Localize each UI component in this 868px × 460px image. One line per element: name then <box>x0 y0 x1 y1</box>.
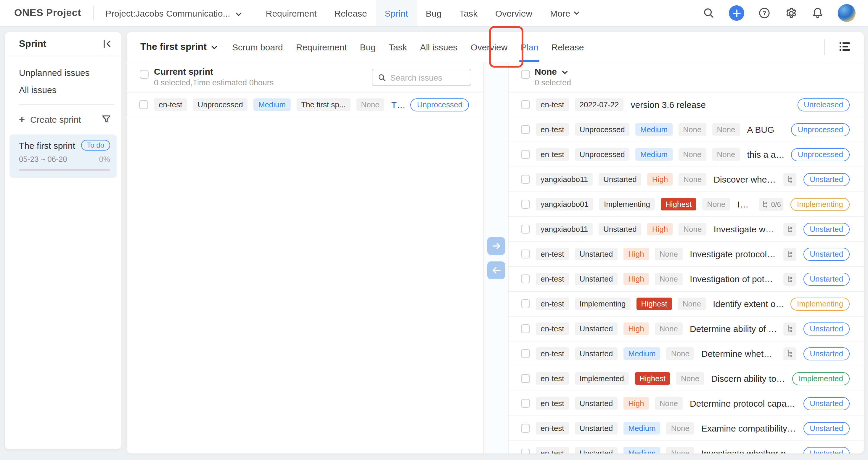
issue-row[interactable]: en-testUnstartedHighNoneInvestigation of… <box>508 267 864 292</box>
target-selector[interactable]: None <box>535 66 571 77</box>
select-all-checkbox[interactable] <box>521 70 530 79</box>
subtask-tree-icon[interactable] <box>783 248 796 261</box>
create-sprint-button[interactable]: + Create sprint <box>5 107 121 131</box>
tab-task[interactable]: Task <box>382 32 413 62</box>
issue-title[interactable]: Investigate whether lim... <box>713 224 777 234</box>
nav-item-release[interactable]: Release <box>326 0 376 26</box>
row-checkbox[interactable] <box>521 299 530 308</box>
list-view-icon[interactable] <box>840 42 850 51</box>
issue-title[interactable]: Investigate protocol ability t... <box>690 249 777 259</box>
project-selector[interactable]: Project:Jacobs Communicatio... <box>105 8 242 18</box>
issue-row[interactable]: yangxiaobo11UnstartedHighNoneInvestigate… <box>508 217 864 242</box>
sprint-selector[interactable]: The first sprint <box>140 41 217 52</box>
notifications-icon[interactable] <box>811 6 824 20</box>
issue-row[interactable]: en-testImplementingHighestNoneIdentify e… <box>508 292 864 317</box>
nav-item-requirement[interactable]: Requirement <box>257 0 326 26</box>
tab-scrum-board[interactable]: Scrum board <box>225 32 289 62</box>
issue-row[interactable]: en-testUnprocessedMediumThe first sp...N… <box>127 92 483 117</box>
issue-title[interactable]: version 3.6 release <box>631 99 706 110</box>
issue-row[interactable]: en-testUnstartedMediumNoneExamine compat… <box>508 416 864 441</box>
issue-title[interactable]: A BUG <box>747 124 774 135</box>
nav-item-more[interactable]: More <box>541 0 589 26</box>
row-checkbox[interactable] <box>521 324 530 333</box>
issue-row[interactable]: en-testUnstartedMediumNoneDetermine whet… <box>508 341 864 366</box>
row-right-group: Unprocessed <box>791 123 850 136</box>
issue-row[interactable]: en-testUnprocessedMediumNoneNoneA BUGUnp… <box>508 117 864 142</box>
avatar[interactable] <box>838 4 856 22</box>
issue-title[interactable]: Identif... <box>737 199 753 209</box>
issue-row[interactable]: en-testUnprocessedMediumNoneNonethis a a… <box>508 142 864 167</box>
subtask-tree-icon[interactable] <box>783 322 796 335</box>
subtask-tree-icon[interactable] <box>783 347 796 360</box>
search-icon[interactable] <box>702 6 715 20</box>
row-checkbox[interactable] <box>521 175 530 184</box>
issue-row[interactable]: en-testUnstartedMediumNoneInvestigate wh… <box>508 441 864 454</box>
select-all-checkbox[interactable] <box>140 70 149 79</box>
issue-title[interactable]: Determine protocol capability t... <box>690 398 797 408</box>
move-left-button[interactable] <box>487 261 505 279</box>
issue-title[interactable]: Discern ability to acce... <box>711 373 786 383</box>
issue-row[interactable]: en-testImplementedHighestNoneDiscern abi… <box>508 366 864 391</box>
sidebar-item-all-issues[interactable]: All issues <box>19 81 121 98</box>
issue-row[interactable]: en-testUnstartedHighNoneDetermine abilit… <box>508 317 864 341</box>
search-input[interactable] <box>390 73 465 82</box>
row-checkbox[interactable] <box>521 125 530 134</box>
row-checkbox[interactable] <box>521 275 530 283</box>
nav-item-bug[interactable]: Bug <box>417 0 450 26</box>
tab-overview[interactable]: Overview <box>464 32 514 62</box>
issue-tag: en-test <box>536 422 569 434</box>
sprint-card[interactable]: The first sprint To do 05-23 ~ 06-20 0% <box>9 135 117 178</box>
row-checkbox[interactable] <box>521 449 530 454</box>
issue-title[interactable]: Determine ability of protoco... <box>690 324 777 334</box>
issue-row[interactable]: yangxiaobo11UnstartedHighNoneDiscover wh… <box>508 167 864 192</box>
filter-icon[interactable] <box>102 115 111 123</box>
row-checkbox[interactable] <box>521 100 530 109</box>
issue-title[interactable]: Examine compatibility with ... <box>701 423 797 433</box>
issue-tag: Unprocessed <box>193 98 248 111</box>
row-checkbox[interactable] <box>521 374 530 383</box>
issue-title[interactable]: Investigation of potential ap... <box>690 274 777 284</box>
sprint-dates: 05-23 ~ 06-20 <box>19 155 67 164</box>
row-checkbox[interactable] <box>521 399 530 408</box>
sprint-progress-value: 0% <box>99 155 110 164</box>
nav-item-overview[interactable]: Overview <box>487 0 541 26</box>
issue-row[interactable]: en-testUnstartedHighNoneDetermine protoc… <box>508 391 864 416</box>
move-right-button[interactable] <box>487 237 505 255</box>
issue-row[interactable]: yangxiaobo01ImplementingHighestNoneIdent… <box>508 192 864 217</box>
tab-bug[interactable]: Bug <box>353 32 382 62</box>
issue-title[interactable]: this a also a bug <box>747 149 785 160</box>
row-checkbox[interactable] <box>521 424 530 433</box>
issue-title[interactable]: Determine whether the p... <box>701 349 777 358</box>
collapse-sidebar-icon[interactable] <box>103 40 112 48</box>
tab-plan[interactable]: Plan <box>514 32 545 62</box>
status-badge: Unstarted <box>803 447 850 454</box>
row-checkbox[interactable] <box>521 200 530 209</box>
issue-row[interactable]: en-testUnstartedHighNoneInvestigate prot… <box>508 242 864 267</box>
subtask-tree-icon[interactable] <box>783 272 796 285</box>
chevron-down-icon <box>562 66 567 77</box>
row-checkbox[interactable] <box>521 225 530 234</box>
row-checkbox[interactable] <box>139 100 148 109</box>
row-checkbox[interactable] <box>521 349 530 358</box>
tab-release[interactable]: Release <box>545 32 590 62</box>
issue-title[interactable]: This is ... <box>391 99 405 110</box>
issue-title[interactable]: Investigate whether protoco... <box>701 448 797 454</box>
issue-title[interactable]: Discover whether a sta... <box>713 174 777 184</box>
subtask-tree-icon[interactable]: 0/6 <box>760 198 783 211</box>
tab-requirement[interactable]: Requirement <box>289 32 353 62</box>
issue-row[interactable]: en-test2022-07-22version 3.6 releaseUnre… <box>508 92 864 117</box>
tab-all-issues[interactable]: All issues <box>413 32 464 62</box>
subtask-tree-icon[interactable] <box>783 173 796 186</box>
settings-icon[interactable] <box>784 6 798 20</box>
nav-item-task[interactable]: Task <box>450 0 487 26</box>
sidebar-item-unplanned-issues[interactable]: Unplanned issues <box>19 64 121 81</box>
issue-tag: Unstarted <box>575 347 618 360</box>
subtask-tree-icon[interactable] <box>783 223 796 236</box>
issue-title[interactable]: Identify extent of cap... <box>713 299 784 309</box>
issue-tag: Unprocessed <box>575 123 630 136</box>
nav-item-sprint[interactable]: Sprint <box>376 0 417 26</box>
create-icon[interactable] <box>729 5 744 21</box>
row-checkbox[interactable] <box>521 150 530 159</box>
row-checkbox[interactable] <box>521 250 530 258</box>
help-icon[interactable]: ? <box>758 6 771 20</box>
